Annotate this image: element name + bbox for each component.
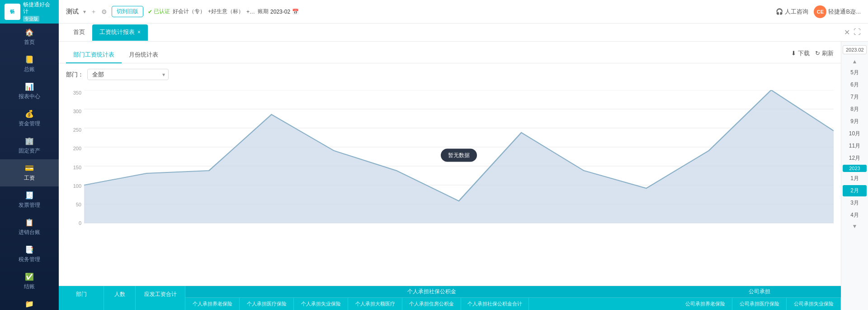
right-panel: 2023.02 ▲ 5月 6月 7月 8月 9月 10月 11月 12月 202… bbox=[841, 42, 868, 310]
panel-month-2-active[interactable]: 2月 bbox=[843, 185, 867, 196]
sub-tab-actions: ⬇ 下载 ↻ 刷新 bbox=[791, 49, 834, 61]
settings-topbar-icon[interactable]: ⚙ bbox=[101, 8, 107, 15]
switch-version-button[interactable]: 切到旧版 bbox=[112, 6, 143, 17]
sidebar-item-salary[interactable]: 💳 工资 bbox=[0, 159, 59, 186]
sidebar-item-reports[interactable]: 📊 报表中心 bbox=[0, 78, 59, 105]
dropdown-arrow-icon[interactable]: ▾ bbox=[83, 9, 86, 15]
bottom-table: 部门 人数 应发工资合计 个人承担社保公积金 个人承担养老保险 个人承担医疗保险… bbox=[59, 286, 841, 310]
th-company-children: 公司承担养老保险 公司承担医疗保险 公司承担失业保险 bbox=[678, 298, 841, 310]
sidebar-item-assets[interactable]: 🏢 固定资产 bbox=[0, 132, 59, 159]
funds-icon: 💰 bbox=[25, 110, 34, 118]
sidebar-item-ledger[interactable]: 📒 总账 bbox=[0, 51, 59, 78]
y-label-100: 100 bbox=[73, 183, 81, 189]
headset-icon: 🎧 bbox=[776, 8, 783, 15]
panel-month-5[interactable]: 5月 bbox=[843, 67, 867, 78]
y-label-350: 350 bbox=[73, 90, 81, 95]
topbar-tags: ✔ 已认证 好会计（专） +好生意（标） +… 账期 2023-02 📅 bbox=[148, 8, 771, 15]
panel-month-3[interactable]: 3月 bbox=[843, 197, 867, 209]
expand-window-icon[interactable]: ⛶ bbox=[854, 28, 861, 37]
sidebar-item-invoice[interactable]: 🧾 发票管理 bbox=[0, 186, 59, 214]
th-company-group: 公司承担 公司承担养老保险 公司承担医疗保险 公司承担失业保险 bbox=[678, 286, 841, 310]
checkout-icon: ✅ bbox=[25, 272, 34, 281]
sidebar-item-checkout[interactable]: ✅ 结账 bbox=[0, 268, 59, 295]
content-area: 部门工资统计表 月份统计表 ⬇ 下载 ↻ 刷新 bbox=[59, 42, 868, 310]
topbar-right: 🎧 人工咨询 CE 轻捷通B迩... bbox=[776, 5, 861, 18]
main-content: 测试 ▾ ＋ ⚙ 切到旧版 ✔ 已认证 好会计（专） +好生意（标） +… 账期… bbox=[59, 0, 868, 310]
panel-month-4[interactable]: 4月 bbox=[843, 210, 867, 221]
dept-filter-label: 部门： bbox=[66, 71, 84, 79]
panel-nav-up[interactable]: ▲ bbox=[850, 57, 859, 66]
page-tabs: 首页 工资统计报表 × ✕ ⛶ bbox=[59, 24, 868, 42]
tab-close-icon[interactable]: × bbox=[137, 29, 141, 35]
period-tag: 账期 2023-02 📅 bbox=[258, 8, 299, 15]
salary-container: 部门工资统计表 月份统计表 ⬇ 下载 ↻ 刷新 bbox=[59, 42, 841, 310]
tag-more: +… bbox=[246, 9, 255, 15]
th-personal-children: 个人承担养老保险 个人承担医疗保险 个人承担失业保险 个人承担大额医疗 个人承担… bbox=[185, 298, 678, 310]
sidebar-nav: 🏠 首页 📒 总账 📊 报表中心 💰 资金管理 🏢 固定资产 💳 工资 🧾 发票… bbox=[0, 24, 59, 310]
topbar: 测试 ▾ ＋ ⚙ 切到旧版 ✔ 已认证 好会计（专） +好生意（标） +… 账期… bbox=[59, 0, 868, 24]
sidebar-item-sales[interactable]: 📋 进销台账 bbox=[0, 214, 59, 241]
th-company-medical: 公司承担医疗保险 bbox=[732, 298, 787, 310]
y-label-150: 150 bbox=[73, 165, 81, 170]
chart-svg-container: 暂无数据 bbox=[84, 90, 834, 226]
th-personal-housing: 个人承担住房公积金 bbox=[402, 298, 461, 310]
sidebar-item-funds[interactable]: 💰 资金管理 bbox=[0, 105, 59, 132]
logo-icon: 畅 bbox=[5, 4, 20, 20]
panel-month-8[interactable]: 8月 bbox=[843, 104, 867, 115]
refresh-button[interactable]: ↻ 刷新 bbox=[815, 49, 834, 57]
sidebar-item-archive[interactable]: 📁 归档管理 bbox=[0, 295, 59, 310]
sidebar-item-tax[interactable]: 📑 税务管理 bbox=[0, 241, 59, 268]
panel-month-6[interactable]: 6月 bbox=[843, 79, 867, 91]
y-label-250: 250 bbox=[73, 127, 81, 133]
download-icon: ⬇ bbox=[791, 50, 796, 57]
logo-text: 畅捷通好会计 专业版 bbox=[23, 1, 54, 23]
panel-month-12[interactable]: 12月 bbox=[843, 153, 867, 164]
consult-button[interactable]: 🎧 人工咨询 bbox=[776, 8, 808, 16]
tag-business: +好生意（标） bbox=[208, 8, 244, 15]
check-icon: ✔ bbox=[148, 9, 152, 15]
add-icon[interactable]: ＋ bbox=[90, 8, 97, 16]
th-count: 人数 bbox=[104, 286, 136, 310]
calendar-icon[interactable]: 📅 bbox=[292, 9, 299, 15]
sub-tab-monthly[interactable]: 月份统计表 bbox=[122, 47, 165, 63]
panel-month-10[interactable]: 10月 bbox=[843, 128, 867, 139]
panel-month-7[interactable]: 7月 bbox=[843, 91, 867, 103]
sidebar: 畅 畅捷通好会计 专业版 🏠 首页 📒 总账 📊 报表中心 💰 资金管理 🏢 固… bbox=[0, 0, 59, 310]
th-personal-total: 个人承担社保公积金合计 bbox=[461, 298, 529, 310]
y-label-50: 50 bbox=[76, 202, 81, 207]
archive-icon: 📁 bbox=[25, 300, 34, 308]
tab-salary[interactable]: 工资统计报表 × bbox=[92, 24, 148, 41]
th-company-group-header: 公司承担 bbox=[678, 286, 841, 298]
home-icon: 🏠 bbox=[25, 28, 34, 37]
filter-bar: 部门： 全部 ▾ bbox=[59, 63, 841, 86]
avatar: CE bbox=[814, 5, 826, 18]
assets-icon: 🏢 bbox=[25, 137, 34, 145]
sub-tab-dept[interactable]: 部门工资统计表 bbox=[66, 47, 122, 63]
tab-home[interactable]: 首页 bbox=[66, 24, 92, 41]
project-name: 测试 bbox=[66, 8, 79, 16]
y-label-0: 0 bbox=[79, 220, 81, 226]
th-personal-pension: 个人承担养老保险 bbox=[185, 298, 240, 310]
panel-month-1[interactable]: 1月 bbox=[843, 173, 867, 184]
salary-icon: 💳 bbox=[25, 164, 34, 172]
ledger-icon: 📒 bbox=[25, 55, 34, 64]
tag-accounting: 好会计（专） bbox=[173, 8, 205, 15]
user-menu[interactable]: CE 轻捷通B迩... bbox=[814, 5, 861, 18]
panel-month-9[interactable]: 9月 bbox=[843, 116, 867, 127]
th-company-pension: 公司承担养老保险 bbox=[678, 298, 732, 310]
y-label-300: 300 bbox=[73, 109, 81, 114]
y-axis: 350 300 250 200 150 100 50 0 bbox=[66, 90, 84, 226]
sub-tabs: 部门工资统计表 月份统计表 ⬇ 下载 ↻ 刷新 bbox=[59, 42, 841, 63]
table-header: 部门 人数 应发工资合计 个人承担社保公积金 个人承担养老保险 个人承担医疗保险… bbox=[59, 286, 841, 310]
sales-icon: 📋 bbox=[25, 218, 34, 227]
panel-month-11[interactable]: 11月 bbox=[843, 140, 867, 152]
reports-icon: 📊 bbox=[25, 82, 34, 91]
verified-tag: ✔ 已认证 bbox=[148, 8, 170, 15]
dept-filter-select[interactable]: 全部 bbox=[87, 69, 169, 80]
close-window-icon[interactable]: ✕ bbox=[844, 28, 850, 37]
panel-nav-down[interactable]: ▼ bbox=[850, 222, 859, 231]
sidebar-item-home[interactable]: 🏠 首页 bbox=[0, 24, 59, 51]
th-dept: 部门 bbox=[59, 286, 104, 310]
download-button[interactable]: ⬇ 下载 bbox=[791, 49, 810, 57]
th-personal-group: 个人承担社保公积金 个人承担养老保险 个人承担医疗保险 个人承担失业保险 个人承… bbox=[185, 286, 678, 310]
